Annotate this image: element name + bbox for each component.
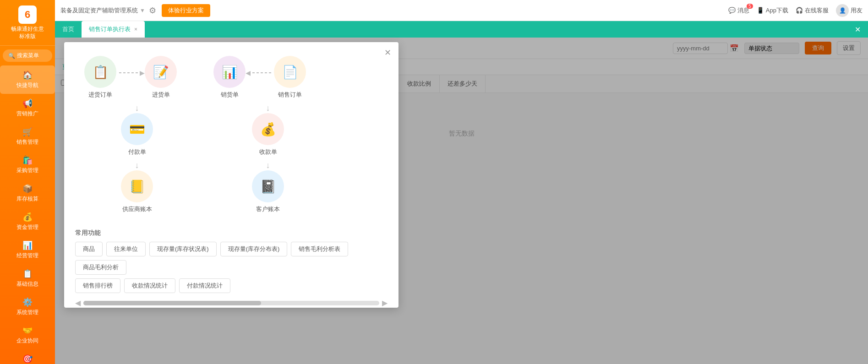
user-action[interactable]: 👤 用友 xyxy=(836,4,863,17)
scroll-bar-area: ◀ ▶ xyxy=(75,299,388,307)
tab-home-label: 首页 xyxy=(62,25,74,33)
func-buttons-row1: 商品 往来单位 现存量(库存状况表) 现存量(库存分布表) 销售毛利分析表 商品… xyxy=(75,242,388,275)
payment-circle: 💳 xyxy=(121,113,153,145)
search-icon: 🔍 xyxy=(8,53,15,59)
receipt-circle: 💰 xyxy=(252,113,284,145)
sidebar-item-system[interactable]: ⚙️ 系统管理 xyxy=(0,293,55,321)
experience-btn[interactable]: 体验行业方案 xyxy=(162,4,210,17)
app-download-label: App下载 xyxy=(766,6,788,15)
ops-icon: 📊 xyxy=(22,240,33,250)
func-receipt-stats[interactable]: 收款情况统计 xyxy=(124,278,175,293)
tab-close-icon[interactable]: × xyxy=(134,26,137,33)
common-functions: 常用功能 商品 往来单位 现存量(库存状况表) 现存量(库存分布表) 销售毛利分… xyxy=(75,229,388,293)
flow-diagram-container: 📋 进货订单 ▶ 📝 进货单 xyxy=(75,51,388,227)
flow-node-sales-invoice[interactable]: 📊 销货单 xyxy=(213,56,246,99)
settings-icon[interactable]: ⚙ xyxy=(149,5,156,16)
supplier-ledger-icon: 📒 xyxy=(129,179,145,194)
arrow-right-icon2: ▶ xyxy=(246,69,251,76)
home-icon: 🏠 xyxy=(22,70,33,80)
payment-label: 付款单 xyxy=(128,148,146,156)
online-service-action[interactable]: 🎧 在线客服 xyxy=(796,6,829,15)
purchase-invoice-circle: 📝 xyxy=(145,56,177,88)
sales-order-icon: 📄 xyxy=(282,65,298,80)
arrow-down-si: ↓ xyxy=(252,103,284,113)
func-sales-rank[interactable]: 销售排行榜 xyxy=(75,278,120,293)
modal-close-btn[interactable]: ✕ xyxy=(384,48,391,58)
sidebar-logo: 6 畅康通好生意 标准版 xyxy=(0,0,55,46)
customer-ledger-label: 客户账本 xyxy=(256,205,280,213)
sidebar-item-sales[interactable]: 🛒 销售管理 xyxy=(0,122,55,151)
sidebar-item-guide[interactable]: 🎯 新手引导 xyxy=(0,349,55,364)
flow-row-3: 💳 付款单 💰 收款单 xyxy=(84,113,378,156)
customer-ledger-icon: 📓 xyxy=(260,179,276,194)
sales-invoice-circle: 📊 xyxy=(213,56,246,88)
flow-node-supplier-ledger[interactable]: 📒 供应商账本 xyxy=(121,170,153,213)
tab-home[interactable]: 首页 xyxy=(55,21,82,38)
sales-order-circle: 📄 xyxy=(274,56,306,88)
sidebar-item-operations[interactable]: 📊 经营管理 xyxy=(0,236,55,264)
func-product-margin[interactable]: 商品毛利分析 xyxy=(75,260,126,275)
sidebar-item-purchase[interactable]: 🛍️ 采购管理 xyxy=(0,151,55,179)
sidebar-item-inventory[interactable]: 📦 库存核算 xyxy=(0,179,55,207)
sidebar-item-quick-nav[interactable]: 🏠 快捷导航 xyxy=(0,65,55,94)
supplier-ledger-circle: 📒 xyxy=(121,170,153,202)
flow-node-customer-ledger[interactable]: 📓 客户账本 xyxy=(252,170,284,213)
download-icon: 📱 xyxy=(757,7,764,14)
flow-row-2: ↓ ↓ xyxy=(84,103,378,113)
purchase-invoice-label: 进货单 xyxy=(152,91,170,99)
receipt-icon: 💰 xyxy=(260,122,276,137)
sidebar-item-finance[interactable]: 💰 资金管理 xyxy=(0,207,55,236)
func-product[interactable]: 商品 xyxy=(75,242,103,256)
flow-node-purchase-order[interactable]: 📋 进货订单 xyxy=(84,56,116,99)
func-buttons-row2: 销售排行榜 收款情况统计 付款情况统计 xyxy=(75,278,388,293)
header: 装备及固定资产辅助管理系统 ▼ ⚙ 体验行业方案 💬 5 消息 📱 App下载 … xyxy=(55,0,868,21)
func-stock-dist[interactable]: 现存量(库存分布表) xyxy=(220,242,288,256)
tab-sales-order[interactable]: 销售订单执行表 × xyxy=(82,21,145,38)
marketing-icon: 📢 xyxy=(22,98,33,109)
func-partner[interactable]: 往来单位 xyxy=(106,242,146,256)
flow-row-4: ↓ ↓ xyxy=(84,161,378,170)
func-sales-margin[interactable]: 销售毛利分析表 xyxy=(291,242,348,256)
system-title-dropdown[interactable]: 装备及固定资产辅助管理系统 ▼ xyxy=(60,6,145,15)
avatar: 👤 xyxy=(836,4,849,17)
online-service-label: 在线客服 xyxy=(805,6,829,15)
func-payment-stats[interactable]: 付款情况统计 xyxy=(179,278,230,293)
payment-icon: 💳 xyxy=(129,122,145,137)
sidebar-item-label: 经营管理 xyxy=(16,252,38,260)
sidebar-search[interactable]: 🔍 搜索菜单 xyxy=(3,49,52,62)
scroll-track[interactable] xyxy=(83,301,379,305)
arrow-down-rec: ↓ xyxy=(252,161,284,170)
arrow-down-pay: ↓ xyxy=(121,161,153,170)
guide-icon: 🎯 xyxy=(22,354,33,364)
sidebar-item-marketing[interactable]: 📢 营销推广 xyxy=(0,94,55,122)
customer-ledger-circle: 📓 xyxy=(252,170,284,202)
finance-icon: 💰 xyxy=(22,212,33,222)
app-download-action[interactable]: 📱 App下载 xyxy=(757,6,788,15)
flow-node-sales-order[interactable]: 📄 销售订单 xyxy=(274,56,306,99)
scroll-right-icon[interactable]: ▶ xyxy=(382,299,388,307)
func-stock-status[interactable]: 现存量(库存状况表) xyxy=(149,242,217,256)
sales-icon: 🛒 xyxy=(22,127,33,137)
sidebar-item-label: 基础信息 xyxy=(16,280,38,288)
sidebar-item-base-info[interactable]: 📋 基础信息 xyxy=(0,264,55,293)
sidebar-item-label: 企业协同 xyxy=(16,337,38,345)
message-action[interactable]: 💬 5 消息 xyxy=(728,6,749,15)
sidebar-item-collab[interactable]: 🤝 企业协同 xyxy=(0,321,55,349)
modal-overlay: ✕ 📋 进货订单 ▶ xyxy=(55,38,868,364)
purchase-order-label: 进货订单 xyxy=(88,91,112,99)
tab-close-window-icon[interactable]: ✕ xyxy=(855,25,861,34)
arrow-right-icon: ▶ xyxy=(140,69,145,76)
scroll-left-icon[interactable]: ◀ xyxy=(75,299,81,307)
flow-node-purchase-invoice[interactable]: 📝 进货单 xyxy=(145,56,177,99)
sales-order-label: 销售订单 xyxy=(278,91,302,99)
sidebar-item-label: 营销推广 xyxy=(16,110,38,118)
message-badge: 5 xyxy=(747,4,753,9)
flow-node-payment[interactable]: 💳 付款单 xyxy=(121,113,153,156)
flow-node-receipt[interactable]: 💰 收款单 xyxy=(252,113,284,156)
purchase-icon: 🛍️ xyxy=(22,155,33,165)
sidebar-item-label: 销售管理 xyxy=(16,138,38,146)
purchase-order-icon: 📋 xyxy=(93,65,109,80)
user-name: 用友 xyxy=(851,6,863,15)
logo-icon: 6 xyxy=(18,5,37,24)
system-title: 装备及固定资产辅助管理系统 xyxy=(60,6,138,15)
